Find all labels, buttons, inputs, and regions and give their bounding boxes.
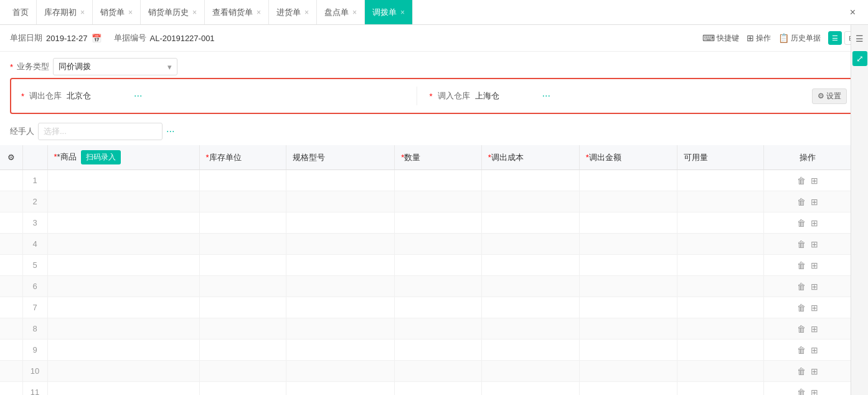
tab-inventory[interactable]: 盘点单 × [317, 0, 365, 24]
tab-sales-history[interactable]: 销货单历史 × [141, 0, 205, 24]
row-amount-4[interactable] [579, 234, 677, 255]
copy-icon-7[interactable]: ⊞ [811, 303, 818, 313]
tab-transfer[interactable]: 调拨单 × [365, 0, 413, 24]
row-amount-3[interactable] [579, 212, 677, 234]
row-product-8[interactable] [47, 318, 199, 340]
row-unit-6[interactable] [199, 276, 286, 297]
row-product-4[interactable] [47, 234, 199, 255]
warehouse-in-more-button[interactable]: ··· [542, 90, 550, 102]
layout-list-icon[interactable]: ☰ [828, 31, 842, 45]
row-cost-2[interactable] [481, 191, 579, 212]
copy-icon-6[interactable]: ⊞ [811, 282, 818, 292]
row-spec-6[interactable] [286, 276, 395, 297]
copy-icon-9[interactable]: ⊞ [811, 345, 818, 355]
row-unit-11[interactable] [199, 382, 286, 396]
row-available-8[interactable] [677, 318, 763, 340]
copy-icon-10[interactable]: ⊞ [811, 366, 818, 376]
row-unit-2[interactable] [199, 191, 286, 212]
tab-sales-order[interactable]: 销货单 × [93, 0, 141, 24]
tab-stock-initial[interactable]: 库存期初 × [37, 0, 93, 24]
delete-icon-7[interactable]: 🗑 [797, 303, 806, 313]
row-amount-9[interactable] [579, 340, 677, 361]
row-spec-10[interactable] [286, 361, 395, 382]
row-spec-7[interactable] [286, 297, 395, 318]
row-unit-3[interactable] [199, 212, 286, 234]
copy-icon-8[interactable]: ⊞ [811, 324, 818, 334]
copy-icon-4[interactable]: ⊞ [811, 239, 818, 249]
row-available-9[interactable] [677, 340, 763, 361]
delete-icon-4[interactable]: 🗑 [797, 239, 806, 249]
row-product-6[interactable] [47, 276, 199, 297]
row-cost-11[interactable] [481, 382, 579, 396]
tab-close-sales-history[interactable]: × [192, 8, 197, 17]
operation-button[interactable]: ⊞ 操作 [747, 33, 771, 44]
row-available-10[interactable] [677, 361, 763, 382]
row-available-6[interactable] [677, 276, 763, 297]
agent-input[interactable]: 选择... [38, 123, 163, 140]
row-product-9[interactable] [47, 340, 199, 361]
tab-close-inventory[interactable]: × [352, 8, 357, 17]
row-product-5[interactable] [47, 255, 199, 276]
delete-icon-9[interactable]: 🗑 [797, 345, 806, 355]
row-unit-10[interactable] [199, 361, 286, 382]
settings-button[interactable]: ⚙ 设置 [812, 88, 847, 104]
tab-close-view-sales[interactable]: × [257, 8, 261, 17]
delete-icon-6[interactable]: 🗑 [797, 282, 806, 292]
delete-icon-1[interactable]: 🗑 [797, 176, 806, 186]
tab-purchase[interactable]: 进货单 × [269, 0, 317, 24]
delete-icon-2[interactable]: 🗑 [797, 197, 806, 207]
row-spec-9[interactable] [286, 340, 395, 361]
row-product-2[interactable] [47, 191, 199, 212]
sidebar-expand-icon[interactable]: ⤢ [852, 51, 867, 66]
row-qty-1[interactable] [395, 170, 481, 191]
history-button[interactable]: 📋 历史单据 [778, 33, 821, 44]
row-unit-8[interactable] [199, 318, 286, 340]
tab-view-sales[interactable]: 查看销货单 × [205, 0, 269, 24]
row-unit-9[interactable] [199, 340, 286, 361]
row-product-3[interactable] [47, 212, 199, 234]
row-amount-6[interactable] [579, 276, 677, 297]
row-unit-4[interactable] [199, 234, 286, 255]
row-cost-4[interactable] [481, 234, 579, 255]
row-available-3[interactable] [677, 212, 763, 234]
delete-icon-5[interactable]: 🗑 [797, 260, 806, 270]
delete-icon-3[interactable]: 🗑 [797, 218, 806, 228]
row-qty-6[interactable] [395, 276, 481, 297]
tab-close-stock-initial[interactable]: × [80, 8, 85, 17]
shortcut-button[interactable]: ⌨ 快捷键 [702, 33, 739, 44]
row-cost-9[interactable] [481, 340, 579, 361]
row-unit-5[interactable] [199, 255, 286, 276]
row-amount-2[interactable] [579, 191, 677, 212]
row-available-5[interactable] [677, 255, 763, 276]
copy-icon-11[interactable]: ⊞ [811, 388, 818, 396]
row-qty-5[interactable] [395, 255, 481, 276]
row-available-1[interactable] [677, 170, 763, 191]
row-amount-11[interactable] [579, 382, 677, 396]
row-available-11[interactable] [677, 382, 763, 396]
row-qty-9[interactable] [395, 340, 481, 361]
agent-more-button[interactable]: ··· [166, 126, 174, 137]
row-product-10[interactable] [47, 361, 199, 382]
delete-icon-8[interactable]: 🗑 [797, 324, 806, 334]
row-product-7[interactable] [47, 297, 199, 318]
col-gear[interactable]: ⚙ [0, 145, 22, 170]
tab-home[interactable]: 首页 [5, 0, 37, 24]
row-cost-7[interactable] [481, 297, 579, 318]
row-spec-1[interactable] [286, 170, 395, 191]
calendar-icon[interactable]: 📅 [92, 34, 101, 43]
row-spec-2[interactable] [286, 191, 395, 212]
copy-icon-5[interactable]: ⊞ [811, 260, 818, 270]
row-cost-8[interactable] [481, 318, 579, 340]
tab-close-purchase[interactable]: × [304, 8, 309, 17]
row-available-4[interactable] [677, 234, 763, 255]
tab-close-transfer[interactable]: × [400, 8, 405, 17]
row-qty-7[interactable] [395, 297, 481, 318]
row-spec-11[interactable] [286, 382, 395, 396]
row-amount-7[interactable] [579, 297, 677, 318]
tab-close-sales[interactable]: × [128, 8, 133, 17]
copy-icon-2[interactable]: ⊞ [811, 197, 818, 207]
row-qty-8[interactable] [395, 318, 481, 340]
row-qty-2[interactable] [395, 191, 481, 212]
row-cost-3[interactable] [481, 212, 579, 234]
row-available-7[interactable] [677, 297, 763, 318]
